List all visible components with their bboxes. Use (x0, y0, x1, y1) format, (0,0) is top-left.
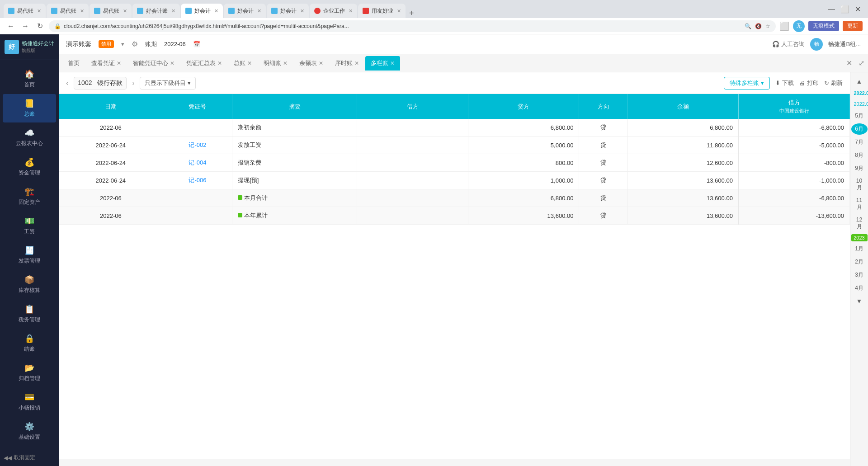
browser-tab-5[interactable]: 好会计 ✕ (181, 4, 223, 18)
tab-sequence-ledger[interactable]: 序时账 ✕ (330, 56, 364, 71)
month-6[interactable]: 6月 (851, 123, 868, 135)
cell-voucher[interactable]: 记-002 (163, 137, 232, 154)
year-2023-label[interactable]: 2023 (851, 234, 868, 241)
extensions-icon[interactable]: ⬜ (779, 21, 789, 31)
browser-tab-1[interactable]: 易代账 ✕ (4, 4, 46, 18)
new-tab-button[interactable]: + (406, 9, 417, 18)
next-account-button[interactable]: › (132, 79, 134, 87)
tab-close-2[interactable]: ✕ (80, 8, 84, 14)
sidebar-item-salary[interactable]: 💵 工资 (3, 212, 56, 240)
sidebar-item-invoice[interactable]: 🧾 发票管理 (3, 241, 56, 269)
filter-dropdown[interactable]: 只显示下级科目 ▾ (140, 77, 196, 89)
sidebar-item-close[interactable]: 🔒 结账 (3, 329, 56, 358)
tab-multi-column[interactable]: 多栏账 ✕ (365, 56, 400, 71)
sidebar-item-settings[interactable]: ⚙️ 基础设置 (3, 417, 56, 446)
browser-tab-4[interactable]: 好会计账 ✕ (132, 4, 180, 18)
tab-general-ledger[interactable]: 总账 ✕ (228, 56, 257, 71)
refresh-button[interactable]: ↻ 刷新 (824, 79, 843, 87)
sidebar-item-tax[interactable]: 📋 税务管理 (3, 300, 56, 328)
collapse-panel-button[interactable]: ✕ (843, 59, 856, 67)
tab-close-3[interactable]: ✕ (123, 8, 127, 14)
browser-tab-6[interactable]: 好会计 ✕ (224, 4, 266, 18)
reload-button[interactable]: ↻ (34, 22, 45, 30)
search-icon[interactable]: 🔍 (745, 23, 751, 29)
sidebar-item-expense[interactable]: 💳 小畅报销 (3, 388, 56, 416)
tab-close-6[interactable]: ✕ (257, 8, 261, 14)
forward-button[interactable]: → (20, 22, 31, 30)
month-4[interactable]: 4月 (851, 282, 868, 294)
update-button[interactable]: 更新 (843, 21, 863, 31)
sidebar-item-ledger[interactable]: 📒 总账 (3, 94, 56, 122)
download-button[interactable]: ⬇ 下载 (775, 79, 794, 87)
tab-detail-ledger[interactable]: 明细账 ✕ (258, 56, 293, 71)
sidebar-item-inventory[interactable]: 📦 库存核算 (3, 270, 56, 299)
profile-icon[interactable]: 无 (793, 20, 805, 32)
browser-tab-3[interactable]: 易代账 ✕ (90, 4, 132, 18)
scroll-up-button[interactable]: ▲ (854, 76, 864, 87)
month-3[interactable]: 3月 (851, 269, 868, 281)
tab-close-8[interactable]: ✕ (349, 8, 353, 14)
sidebar-item-funds[interactable]: 💰 资金管理 (3, 153, 56, 181)
month-1[interactable]: 1月 (851, 243, 868, 254)
calendar-icon[interactable]: 📅 (193, 41, 200, 47)
tab-voucher-summary[interactable]: 凭证汇总表 ✕ (181, 56, 227, 71)
prev-account-button[interactable]: ‹ (66, 79, 68, 87)
tab-close-multi-column[interactable]: ✕ (390, 60, 395, 66)
voucher-link[interactable]: 记-004 (189, 159, 206, 166)
browser-tab-2[interactable]: 易代账 ✕ (47, 4, 89, 18)
minimize-button[interactable]: — (828, 5, 835, 13)
scroll-down-button[interactable]: ▼ (854, 296, 864, 306)
tab-home[interactable]: 首页 (62, 56, 85, 71)
month-2[interactable]: 2月 (851, 256, 868, 268)
chevron-down-icon[interactable]: ▾ (121, 41, 124, 47)
month-10[interactable]: 10月 (851, 176, 868, 193)
tab-close-sequence-ledger[interactable]: ✕ (354, 60, 359, 66)
voucher-link[interactable]: 记-006 (189, 177, 206, 184)
special-multi-column-button[interactable]: 特殊多栏账 ▾ (724, 77, 770, 89)
month-12[interactable]: 12月 (851, 215, 868, 232)
tab-close-5[interactable]: ✕ (214, 8, 218, 14)
tab-smart-voucher[interactable]: 智能凭证中心 ✕ (127, 56, 180, 71)
sidebar-item-fixed-assets[interactable]: 🏗️ 固定资产 (3, 182, 56, 211)
voucher-link[interactable]: 记-002 (189, 141, 206, 148)
address-bar[interactable]: 🔒 cloud2.chanjet.com/accounting/uh26t264… (49, 20, 776, 32)
pin-button[interactable]: ◀◀ 取消固定 (4, 454, 55, 461)
expand-panel-button[interactable]: ⤢ (859, 59, 864, 67)
sidebar-item-archive[interactable]: 📂 归档管理 (3, 358, 56, 387)
cell-voucher[interactable]: 记-006 (163, 172, 232, 189)
month-5[interactable]: 5月 (851, 110, 868, 122)
consult-button[interactable]: 🎧 人工咨询 (772, 40, 805, 48)
sidebar-item-cloud-report[interactable]: ☁️ 云报表中心 (3, 123, 56, 152)
tab-close-voucher-view[interactable]: ✕ (117, 60, 121, 66)
tab-close-7[interactable]: ✕ (300, 8, 304, 14)
tab-balance-sheet[interactable]: 余额表 ✕ (294, 56, 329, 71)
browser-tab-7[interactable]: 好会计 ✕ (267, 4, 309, 18)
close-window-button[interactable]: ✕ (855, 5, 861, 14)
bottom-scrollbar[interactable] (59, 459, 850, 466)
incognito-button[interactable]: 无痕模式 (808, 21, 839, 31)
tab-close-smart-voucher[interactable]: ✕ (170, 60, 175, 66)
tab-close-voucher-summary[interactable]: ✕ (217, 60, 222, 66)
tab-close-balance-sheet[interactable]: ✕ (319, 60, 323, 66)
month-8[interactable]: 8月 (851, 150, 868, 161)
cell-voucher[interactable] (163, 189, 232, 207)
back-button[interactable]: ← (5, 22, 16, 30)
tab-close-general-ledger[interactable]: ✕ (247, 60, 252, 66)
tab-close-4[interactable]: ✕ (171, 8, 175, 14)
print-button[interactable]: 🖨 打印 (799, 79, 819, 87)
cell-voucher[interactable] (163, 119, 232, 137)
maximize-button[interactable]: ⬜ (840, 5, 849, 14)
tab-voucher-view[interactable]: 查看凭证 ✕ (86, 56, 127, 71)
topbar-settings-icon[interactable]: ⚙ (132, 40, 138, 48)
cell-voucher[interactable]: 记-004 (163, 154, 232, 172)
browser-tab-9[interactable]: 用友好业 ✕ (358, 4, 406, 18)
month-9[interactable]: 9月 (851, 163, 868, 174)
bookmark-icon[interactable]: ☆ (765, 23, 770, 29)
tab-close-1[interactable]: ✕ (37, 8, 41, 14)
tab-close-9[interactable]: ✕ (397, 8, 401, 14)
month-7[interactable]: 7月 (851, 137, 868, 148)
cell-voucher[interactable] (163, 207, 232, 225)
month-11[interactable]: 11月 (851, 195, 868, 213)
tab-close-detail-ledger[interactable]: ✕ (283, 60, 288, 66)
mute-icon[interactable]: 🔇 (755, 23, 762, 29)
